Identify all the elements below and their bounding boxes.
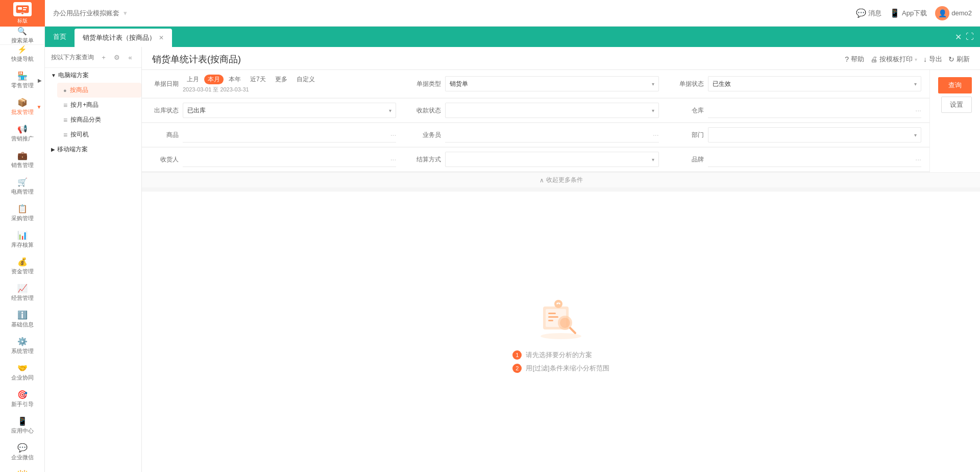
salesperson-control: ··· (445, 127, 658, 143)
sidebar-item-sales[interactable]: 💼 销售管理 (0, 147, 45, 173)
salesperson-input[interactable]: ··· (445, 127, 658, 143)
sidebar-item-wechat[interactable]: 💬 企业微信 (0, 439, 45, 465)
brand-dots-icon[interactable]: ··· (915, 155, 921, 163)
warehouse-label: 仓库 (675, 106, 708, 115)
add-scheme-button[interactable]: + (99, 52, 109, 62)
close-tab-icon[interactable]: ✕ (955, 32, 962, 42)
retail-icon: 🏪 (17, 71, 28, 81)
desktop-group-header[interactable]: ▼ 电脑端方案 (45, 68, 141, 83)
dropdown-arrow-icon[interactable]: ▾ (124, 9, 127, 17)
left-panel-actions: + ⚙ « (99, 52, 135, 62)
last-7-days-btn[interactable]: 近7天 (246, 74, 270, 85)
refresh-button[interactable]: ↻ 刷新 (948, 55, 970, 64)
filter-cell-consignee: 收货人 ··· (142, 148, 404, 172)
settings-button[interactable]: 设置 (941, 97, 972, 113)
warehouse-status-select[interactable]: 已出库 ▾ (183, 103, 396, 118)
tab-report[interactable]: 销货单统计表（按商品） ✕ (75, 29, 172, 47)
svg-rect-5 (20, 12, 24, 13)
wh-status-arrow-icon: ▾ (389, 108, 391, 113)
consignee-control: ··· (183, 152, 396, 167)
sidebar-item-wholesale[interactable]: 📦 批发管理 ▼ (0, 93, 45, 120)
tab-home[interactable]: 首页 (45, 27, 75, 47)
sidebar-item-ecommerce[interactable]: 🛒 电商管理 (0, 173, 45, 200)
warehouse-dots-icon[interactable]: ··· (915, 106, 921, 114)
user-menu[interactable]: 👤 demo2 (935, 6, 972, 20)
message-button[interactable]: 💬 消息 (856, 8, 881, 18)
avatar: 👤 (935, 6, 949, 20)
sidebar: 标版 🔍 搜索菜单 ⚡ 快捷导航 🏪 零售管理 ▶ 📦 批发管理 ▼ 📢 营销推… (0, 0, 45, 472)
brand-input[interactable]: ··· (708, 152, 921, 167)
department-select[interactable]: ▾ (708, 127, 921, 143)
doc-status-arrow-icon: ▾ (914, 81, 917, 87)
basic-icon: ℹ️ (17, 310, 28, 320)
sidebar-item-system[interactable]: ⚙️ 系统管理 (0, 333, 45, 359)
page-header: 销货单统计表(按商品) ? 帮助 🖨 按模板打印 ▾ ↓ 导出 (142, 47, 980, 70)
doc-type-select[interactable]: 销货单 ▾ (445, 76, 658, 91)
settlement-arrow-icon: ▾ (652, 157, 654, 162)
query-button[interactable]: 查询 (938, 77, 972, 93)
sidebar-item-guide[interactable]: 🎯 新手引导 (0, 386, 45, 412)
chevron-right-icon: ▶ (38, 78, 42, 83)
filter-cell-salesperson: 业务员 ··· (404, 123, 667, 147)
sidebar-item-basic[interactable]: ℹ️ 基础信息 (0, 306, 45, 333)
sidebar-item-cooperation[interactable]: 🤝 企业协同 (0, 359, 45, 386)
app-download-button[interactable]: 📱 App下载 (890, 8, 927, 18)
consignee-dots-icon[interactable]: ··· (390, 155, 397, 163)
purchase-icon: 📋 (17, 204, 28, 214)
sidebar-item-app-center[interactable]: 📱 应用中心 (0, 412, 45, 439)
product-dots-icon[interactable]: ··· (390, 131, 397, 139)
sidebar-item-member[interactable]: 👑 畅会员 (0, 465, 45, 472)
svg-point-15 (554, 300, 562, 308)
more-btn[interactable]: 更多 (271, 74, 291, 85)
empty-tips: 1 请先选择要分析的方案 2 用[过滤]条件来缩小分析范围 (512, 350, 609, 373)
app-logo: 标版 (0, 0, 45, 27)
last-month-btn[interactable]: 上月 (183, 74, 203, 85)
warehouse-input[interactable]: ··· (708, 103, 921, 118)
consignee-input[interactable]: ··· (183, 152, 396, 167)
maximize-icon[interactable]: ⛶ (966, 32, 974, 41)
date-label: 单据日期 (150, 80, 183, 88)
mobile-group-header[interactable]: ▶ 移动端方案 (45, 142, 141, 157)
sidebar-item-quick-nav[interactable]: ⚡ 快捷导航 (0, 45, 45, 63)
filter-cell-department: 部门 ▾ (667, 123, 929, 147)
sidebar-item-marketing[interactable]: 📢 营销推广 (0, 120, 45, 147)
filter-cell-brand: 品牌 ··· (667, 148, 929, 172)
content-area: 按以下方案查询 + ⚙ « ▼ 电脑端方案 (45, 47, 980, 472)
expand-arrow-icon: ▶ (51, 147, 55, 152)
sidebar-item-inventory[interactable]: 📊 库存核算 (0, 226, 45, 253)
this-year-btn[interactable]: 本年 (225, 74, 245, 85)
payment-status-select[interactable]: ▾ (445, 103, 658, 118)
custom-btn[interactable]: 自定义 (292, 74, 319, 85)
collapse-bar[interactable]: ∧ 收起更多条件 (142, 172, 980, 187)
filter-cell-payment-status: 收款状态 ▾ (404, 99, 667, 123)
settlement-select[interactable]: ▾ (445, 152, 658, 167)
sidebar-item-retail[interactable]: 🏪 零售管理 ▶ (0, 67, 45, 93)
svg-point-17 (559, 302, 560, 304)
scheme-settings-button[interactable]: ⚙ (112, 52, 122, 62)
wechat-icon: 💬 (17, 443, 28, 453)
tree-item-by-category[interactable]: ≡ 按商品分类 (57, 112, 141, 127)
doc-status-select[interactable]: 已生效 ▾ (708, 76, 921, 91)
chevron-up-icon: ∧ (540, 177, 544, 184)
sidebar-item-operations[interactable]: 📈 经营管理 (0, 279, 45, 306)
tree-item-by-month-product[interactable]: ≡ 按月+商品 (57, 98, 141, 112)
date-range-display: 2023-03-01 至 2023-03-31 (183, 86, 396, 93)
tree-item-by-product[interactable]: ● 按商品 (57, 83, 141, 98)
sidebar-item-search[interactable]: 🔍 搜索菜单 (0, 27, 45, 45)
filter-container: 单据日期 上月 本月 本年 近7天 更多 自定义 (142, 70, 980, 190)
this-month-btn[interactable]: 本月 (204, 75, 224, 84)
system-icon: ⚙️ (17, 337, 28, 346)
template-print-button[interactable]: 🖨 按模板打印 ▾ (870, 55, 917, 64)
sidebar-item-purchase[interactable]: 📋 采购管理 (0, 200, 45, 226)
export-button[interactable]: ↓ 导出 (923, 55, 942, 64)
salesperson-dots-icon[interactable]: ··· (653, 131, 659, 139)
sidebar-item-finance[interactable]: 💰 资金管理 (0, 253, 45, 279)
tab-close-icon[interactable]: ✕ (159, 34, 164, 41)
desktop-group: ▼ 电脑端方案 ● 按商品 ≡ 按月+商品 ≡ 按商品分类 (45, 68, 141, 142)
wholesale-icon: 📦 (17, 98, 28, 107)
warehouse-status-label: 出库状态 (150, 106, 183, 115)
help-button[interactable]: ? 帮助 (845, 55, 864, 64)
product-input[interactable]: ··· (183, 127, 396, 143)
collapse-panel-button[interactable]: « (125, 52, 135, 62)
tree-item-by-cashier[interactable]: ≡ 按司机 (57, 127, 141, 142)
